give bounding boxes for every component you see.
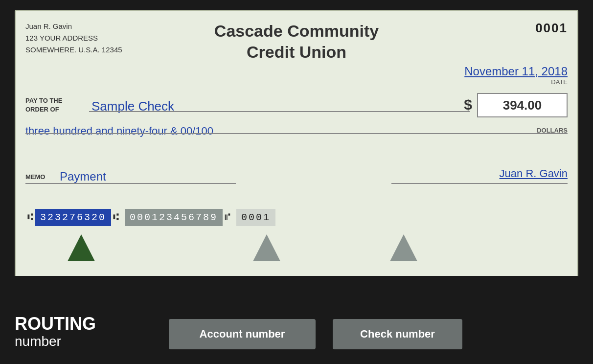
micr-account-number: 000123456789 xyxy=(125,209,223,226)
check-number-display: 0001 xyxy=(535,21,568,36)
pay-to-line xyxy=(89,111,470,112)
date-label: DATE xyxy=(464,78,568,86)
dollar-sign: $ xyxy=(464,96,472,113)
routing-arrow xyxy=(68,234,95,261)
check-arrow xyxy=(390,234,417,261)
account-arrow xyxy=(253,234,280,261)
written-amount-line xyxy=(25,133,568,134)
memo-section: MEMO Payment xyxy=(25,172,568,181)
micr-routing-close: ⑆ xyxy=(111,212,121,223)
bank-name-line2: Credit Union xyxy=(247,43,346,61)
memo-label: MEMO xyxy=(25,173,45,181)
routing-sub-text: number xyxy=(15,334,96,349)
bank-name: Cascade Community Credit Union xyxy=(194,21,399,62)
routing-label: ROUTING number xyxy=(15,314,96,349)
micr-routing-open: ⑆ xyxy=(25,212,35,223)
micr-line: ⑆ 323276320 ⑆ 000123456789 ⑈ 0001 xyxy=(25,209,568,226)
micr-account-suffix: ⑈ xyxy=(223,212,232,223)
signature-value: Juan R. Gavin xyxy=(500,167,568,180)
memo-line xyxy=(25,183,236,184)
payer-address1: 123 YOUR ADDRESS xyxy=(25,34,98,42)
account-number-label: Account number xyxy=(169,319,316,349)
payer-name: Juan R. Gavin xyxy=(25,22,72,30)
micr-routing-number: 323276320 xyxy=(35,209,111,226)
amount-box: 394.00 xyxy=(477,93,568,117)
payer-info: Juan R. Gavin 123 YOUR ADDRESS SOMEWHERE… xyxy=(25,21,122,56)
written-amount: three hundred and ninety-four & 00/100 xyxy=(25,125,213,137)
payer-address2: SOMEWHERE. U.S.A. 12345 xyxy=(25,46,122,54)
amount-value: 394.00 xyxy=(503,98,542,113)
check-document: 0001 Juan R. Gavin 123 YOUR ADDRESS SOME… xyxy=(15,10,578,289)
date-area: November 11, 2018 DATE xyxy=(464,65,568,86)
memo-value: Payment xyxy=(60,170,106,183)
check-number-label: Check number xyxy=(333,319,462,349)
micr-check-number: 0001 xyxy=(236,209,275,226)
dollars-label: DOLLARS xyxy=(537,127,568,134)
routing-main-text: ROUTING xyxy=(15,314,96,334)
bank-name-line1: Cascade Community xyxy=(214,22,379,40)
signature-line xyxy=(391,183,568,184)
date-value: November 11, 2018 xyxy=(464,65,568,78)
check-inner: 0001 Juan R. Gavin 123 YOUR ADDRESS SOME… xyxy=(25,21,568,278)
